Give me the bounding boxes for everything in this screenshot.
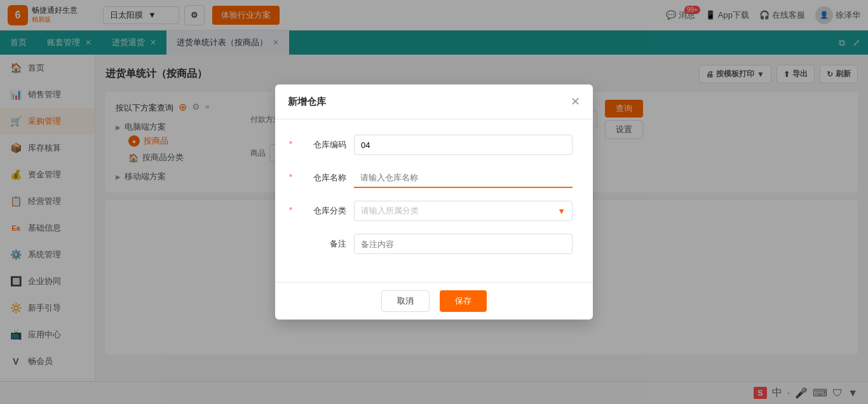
category-select[interactable]: 请输入所属分类 ▼ — [354, 201, 573, 221]
code-input[interactable] — [354, 135, 573, 155]
modal-close-icon[interactable]: ✕ — [571, 95, 580, 109]
form-row-remark: 备注 — [295, 234, 573, 254]
category-chevron-icon: ▼ — [557, 206, 566, 216]
form-row-code: 仓库编码 — [295, 135, 573, 155]
modal-overlay: 新增仓库 ✕ 仓库编码 仓库名称 仓库分类 请输入所属分类 ▼ — [0, 0, 868, 404]
code-label: 仓库编码 — [295, 139, 346, 151]
name-input[interactable] — [354, 168, 573, 188]
form-row-name: 仓库名称 — [295, 168, 573, 188]
remark-label: 备注 — [295, 238, 346, 250]
save-button[interactable]: 保存 — [440, 290, 487, 312]
name-label: 仓库名称 — [295, 172, 346, 184]
modal-header: 新增仓库 ✕ — [275, 84, 593, 119]
add-warehouse-modal: 新增仓库 ✕ 仓库编码 仓库名称 仓库分类 请输入所属分类 ▼ — [275, 84, 593, 320]
form-row-category: 仓库分类 请输入所属分类 ▼ — [295, 201, 573, 221]
cancel-button[interactable]: 取消 — [381, 290, 430, 312]
modal-title: 新增仓库 — [288, 96, 326, 108]
modal-footer: 取消 保存 — [275, 282, 593, 320]
modal-body: 仓库编码 仓库名称 仓库分类 请输入所属分类 ▼ 备注 — [275, 119, 593, 282]
remark-input[interactable] — [354, 234, 573, 254]
category-label: 仓库分类 — [295, 205, 346, 217]
category-placeholder: 请输入所属分类 — [361, 205, 419, 217]
